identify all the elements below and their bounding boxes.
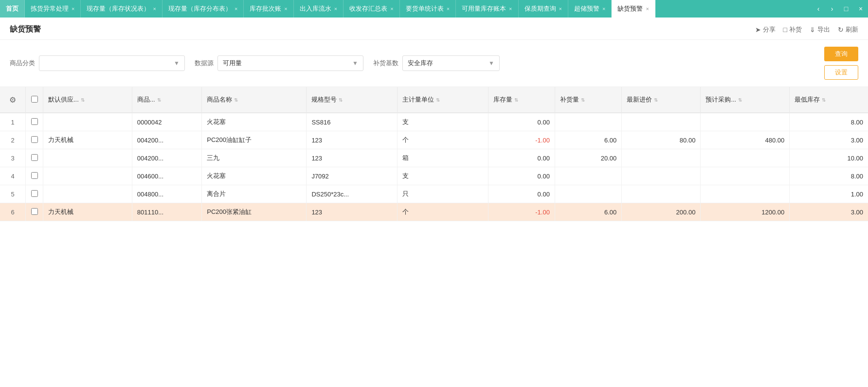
row-name-3: 三九	[202, 149, 307, 167]
row-checkbox-3[interactable]	[26, 149, 43, 167]
tab-overstock[interactable]: 超储预警 ×	[568, 0, 612, 18]
settings-button[interactable]: 设置	[824, 65, 858, 80]
export-button[interactable]: ⇓ 导出	[810, 25, 830, 34]
th-latest-price[interactable]: 最新进价 ⇅	[622, 87, 701, 113]
row-check-3[interactable]	[31, 154, 38, 161]
tab-bar: 首页 拣货异常处理 × 现存量（库存状况表） × 现存量（库存分布表） × 库存…	[0, 0, 868, 18]
row-check-4[interactable]	[31, 172, 38, 179]
tab-close-all-button[interactable]: ×	[853, 0, 868, 18]
th-checkbox[interactable]	[26, 87, 43, 113]
row-name-2: PC200油缸缸子	[202, 131, 307, 149]
row-check-1[interactable]	[31, 118, 38, 125]
row-check-5[interactable]	[31, 190, 38, 197]
datasource-label: 数据源	[195, 59, 214, 68]
row-checkbox-6[interactable]	[26, 203, 43, 221]
tab-controls: ‹ › □ ×	[812, 0, 868, 18]
refresh-button[interactable]: ↻ 刷新	[838, 25, 858, 34]
tab-close-overstock[interactable]: ×	[602, 6, 605, 12]
row-unit-6: 个	[397, 203, 488, 221]
filter-area: 商品分类 ▼ 数据源 可用量 ▼ 补货基数 安全库存 ▼ 查询 设置	[0, 40, 868, 87]
row-price-1	[622, 113, 701, 131]
tab-close-inventory-dist[interactable]: ×	[235, 6, 237, 12]
replenish-select[interactable]: 安全库存 ▼	[402, 55, 500, 71]
query-button[interactable]: 查询	[824, 47, 858, 61]
share-icon: ➤	[755, 26, 761, 34]
row-checkbox-2[interactable]	[26, 131, 43, 149]
row-checkbox-4[interactable]	[26, 167, 43, 185]
category-filter-group: 商品分类 ▼	[10, 55, 185, 71]
row-checkbox-5[interactable]	[26, 185, 43, 203]
replenish-dropdown-icon: ▼	[488, 60, 494, 67]
tab-close-receive-summary[interactable]: ×	[390, 6, 393, 12]
row-price-2: 80.00	[622, 131, 701, 149]
th-stock[interactable]: 库存量 ⇅	[488, 87, 555, 113]
tab-inout-flow[interactable]: 出入库流水 ×	[294, 0, 344, 18]
th-replenish[interactable]: 补货量 ⇅	[555, 87, 621, 113]
page-container: 缺货预警 ➤ 分享 □ 补货 ⇓ 导出 ↻ 刷新 商品分类	[0, 18, 868, 387]
tab-close-inout-flow[interactable]: ×	[334, 6, 337, 12]
share-button[interactable]: ➤ 分享	[755, 25, 776, 34]
tab-home[interactable]: 首页	[0, 0, 25, 18]
row-check-6[interactable]	[31, 208, 38, 215]
tab-close-order-stats[interactable]: ×	[447, 6, 450, 12]
tab-close-available-ledger[interactable]: ×	[509, 6, 512, 12]
row-spec-1: SS816	[307, 113, 397, 131]
row-stock-3: 0.00	[488, 149, 555, 167]
restock-button[interactable]: □ 补货	[783, 25, 802, 34]
tab-close-inventory-status[interactable]: ×	[153, 6, 156, 12]
sort-name-icon: ⇅	[234, 97, 238, 103]
th-spec[interactable]: 规格型号 ⇅	[307, 87, 397, 113]
th-estimated-purchase[interactable]: 预计采购... ⇅	[701, 87, 790, 113]
tab-order-stats[interactable]: 要货单统计表 ×	[400, 0, 456, 18]
tab-batch-account[interactable]: 库存批次账 ×	[244, 0, 293, 18]
row-supplier-3	[43, 149, 132, 167]
sort-replenish-icon: ⇅	[581, 97, 585, 103]
sort-unit-icon: ⇅	[436, 97, 440, 103]
tab-close-abnormal[interactable]: ×	[72, 6, 74, 12]
tab-close-expiry-query[interactable]: ×	[559, 6, 562, 12]
row-price-4	[622, 167, 701, 185]
refresh-icon: ↻	[838, 26, 844, 34]
category-select[interactable]: ▼	[39, 55, 185, 71]
gear-settings-icon[interactable]: ⚙	[5, 92, 20, 107]
tab-shortage[interactable]: 缺货预警 ×	[612, 0, 655, 18]
tab-inventory-dist[interactable]: 现存量（库存分布表） ×	[163, 0, 244, 18]
page-title: 缺货预警	[10, 24, 755, 35]
th-settings[interactable]: ⚙	[0, 87, 26, 113]
table-row: 6 力天机械 801110... PC200张紧油缸 123 个 -1.00 6…	[0, 203, 868, 221]
tab-abnormal[interactable]: 拣货异常处理 ×	[25, 0, 81, 18]
th-min-stock[interactable]: 最低库存 ⇅	[790, 87, 868, 113]
row-code-1: 0000042	[132, 113, 201, 131]
row-replenish-1	[555, 113, 621, 131]
tab-restore-button[interactable]: □	[839, 0, 853, 18]
th-supplier[interactable]: 默认供应... ⇅	[43, 87, 132, 113]
row-checkbox-1[interactable]	[26, 113, 43, 131]
row-stock-6: -1.00	[488, 203, 555, 221]
tab-next-button[interactable]: ›	[825, 0, 839, 18]
row-unit-2: 个	[397, 131, 488, 149]
row-supplier-2: 力天机械	[43, 131, 132, 149]
sort-min-stock-icon: ⇅	[822, 97, 826, 103]
th-product-name[interactable]: 商品名称 ⇅	[202, 87, 307, 113]
sort-spec-icon: ⇅	[339, 97, 343, 103]
row-num-5: 5	[0, 185, 26, 203]
datasource-filter-group: 数据源 可用量 ▼	[195, 55, 363, 71]
tab-available-ledger[interactable]: 可用量库存账本 ×	[456, 0, 518, 18]
datasource-select[interactable]: 可用量 ▼	[217, 55, 363, 71]
row-check-2[interactable]	[31, 136, 38, 143]
table-row: 5 004800... 离合片 DS250*23c... 只 0.00 1.00	[0, 185, 868, 203]
select-all-checkbox[interactable]	[31, 96, 38, 103]
export-icon: ⇓	[810, 26, 815, 34]
th-unit[interactable]: 主计量单位 ⇅	[397, 87, 488, 113]
tab-inventory-status[interactable]: 现存量（库存状况表） ×	[81, 0, 162, 18]
tab-close-shortage[interactable]: ×	[646, 6, 649, 12]
row-replenish-3: 20.00	[555, 149, 621, 167]
row-code-3: 004200...	[132, 149, 201, 167]
row-replenish-2: 6.00	[555, 131, 621, 149]
row-supplier-1	[43, 113, 132, 131]
tab-prev-button[interactable]: ‹	[812, 0, 825, 18]
tab-receive-summary[interactable]: 收发存汇总表 ×	[344, 0, 399, 18]
tab-expiry-query[interactable]: 保质期查询 ×	[519, 0, 568, 18]
tab-close-batch-account[interactable]: ×	[284, 6, 287, 12]
th-product-code[interactable]: 商品... ⇅	[132, 87, 201, 113]
